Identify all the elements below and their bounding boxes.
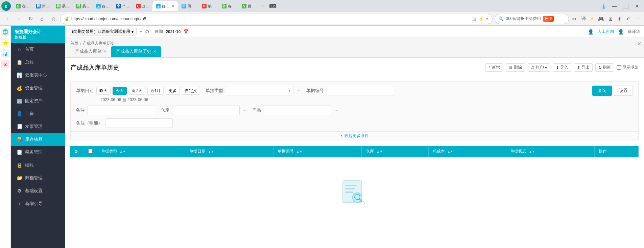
nav-item-home[interactable]: ⌂ 首页	[11, 43, 65, 56]
nav-item-reports[interactable]: 📊 云报表中心	[11, 69, 65, 82]
scissors-icon[interactable]: ✂	[571, 16, 578, 22]
page-tab-list-close[interactable]: ✕	[103, 49, 106, 54]
date-more-btn[interactable]: 更多	[166, 87, 180, 95]
browser-tab-4[interactable]: 易 易...	[73, 1, 92, 11]
browser-tab-11[interactable]: 各 各...	[218, 1, 238, 11]
nav-item-new[interactable]: + 新增引导	[11, 197, 65, 210]
date-today-btn[interactable]: 今天	[113, 87, 127, 95]
th-status[interactable]: 单据状态 ▲▼	[506, 146, 594, 157]
home-nav-button[interactable]: ⌂	[37, 14, 47, 24]
more-icon[interactable]: ⋯	[634, 16, 641, 22]
undo-icon[interactable]: ↶	[625, 16, 632, 22]
detail-remark-input[interactable]	[105, 118, 173, 128]
page-tab-history[interactable]: 产成品入库单历史 ✕	[111, 46, 161, 57]
calendar-icon[interactable]: 📅	[183, 29, 189, 34]
date-1month-btn[interactable]: 近1月	[147, 87, 164, 95]
set-button[interactable]: 设置	[614, 86, 633, 96]
nav-item-payroll[interactable]: 👤 工资	[11, 107, 65, 120]
product-filter-select[interactable]	[264, 106, 331, 115]
browser-tab-1[interactable]: 在 在...	[13, 1, 32, 11]
browser-tab-8[interactable]: ☁ 好... ✕	[152, 1, 178, 11]
number-filter-input[interactable]	[327, 86, 394, 95]
minimize-button[interactable]: —	[609, 1, 620, 11]
nav-item-ledger[interactable]: 📋 总账	[11, 56, 65, 69]
refresh-nav-button[interactable]: ↻	[26, 14, 35, 24]
nav-item-archive[interactable]: 📁 归档管理	[11, 172, 65, 184]
th-checkbox[interactable]	[84, 146, 97, 157]
date-7days-btn[interactable]: 近7天	[129, 87, 145, 95]
page-tab-list[interactable]: 产成品入库单 ✕	[70, 46, 111, 57]
nav-label-invoice: 发票管理	[25, 123, 43, 130]
th-warehouse[interactable]: 仓库 ▲▼	[362, 146, 428, 157]
nav-item-settings[interactable]: ⚙ 基础设置	[11, 184, 65, 197]
nav-item-invoice[interactable]: 🧾 发票管理	[11, 120, 65, 133]
show-detail-toggle[interactable]: 显示明细	[617, 65, 639, 70]
nav-item-close[interactable]: 🔒 结账	[11, 159, 65, 172]
th-type[interactable]: 单据类型 ▲▼	[97, 146, 185, 157]
sun-icon[interactable]: ☀	[616, 16, 623, 22]
page-tab-history-close[interactable]: ✕	[153, 49, 156, 54]
search-bar[interactable]: 🔍 360智能抠图免费用 热搜	[495, 14, 569, 24]
dropdown-icon[interactable]: ▾	[486, 17, 488, 21]
translate-icon[interactable]: 译	[580, 15, 587, 23]
th-number[interactable]: 单据编号 ▲▼	[273, 146, 362, 157]
app-icon-mail[interactable]: ✉	[1, 60, 9, 68]
import-button[interactable]: ⬇ 导入	[553, 63, 571, 72]
nav-item-assets[interactable]: 🏢 固定资产	[11, 94, 65, 107]
refresh-button[interactable]: ↻ 刷新	[595, 63, 614, 72]
browser-tab-5[interactable]: ☁ 好...	[93, 1, 112, 11]
type-filter-select[interactable]: ▾	[226, 86, 293, 95]
new-tab-button[interactable]: +	[258, 1, 268, 11]
grid-icon[interactable]: ⊞	[607, 16, 614, 22]
warehouse-filter-dots[interactable]: ···	[242, 107, 247, 113]
th-status-sort: ▲▼	[529, 151, 535, 153]
user-service-label[interactable]: 人工咨询	[598, 29, 614, 35]
delete-button[interactable]: 🗑 删除	[506, 63, 525, 72]
browser-tab-7[interactable]: C 企...	[133, 1, 152, 11]
date-yesterday-btn[interactable]: 昨天	[96, 87, 111, 95]
collapse-button[interactable]: ∧ 收起更多条件	[71, 131, 638, 140]
type-filter-dots[interactable]: ···	[296, 88, 301, 94]
nav-item-funds[interactable]: 💰 资金管理	[11, 82, 65, 94]
address-input[interactable]: 🔒 https://cloud.chanjet.com/accounting/u…	[60, 14, 493, 24]
th-date[interactable]: 单据日期 ▲▼	[185, 146, 273, 157]
app-icon-star[interactable]: ⭐	[1, 39, 9, 47]
shirt-icon[interactable]: 👔	[599, 1, 608, 11]
th-cost[interactable]: 总成本 ▲▼	[428, 146, 506, 157]
browser-tab-9[interactable]: 腾 腾...	[178, 1, 198, 11]
breadcrumb-home[interactable]: 首页	[70, 41, 78, 46]
new-button[interactable]: + 新增	[485, 63, 503, 72]
browser-tab-6[interactable]: 个 个...	[113, 1, 132, 11]
remark-filter-input[interactable]	[88, 106, 155, 115]
forward-button[interactable]: ›	[14, 14, 24, 24]
browser-tab-10[interactable]: M 畅...	[198, 1, 218, 11]
warehouse-filter-select[interactable]	[172, 106, 240, 115]
settings-button[interactable]: ⚙	[145, 29, 149, 35]
company-selector[interactable]: (勿删勿禁用）江西服宝测试专用 ▾	[69, 28, 137, 36]
bookmark-button[interactable]: ☆	[49, 14, 58, 24]
date-custom-btn[interactable]: 自定义	[182, 87, 200, 95]
back-button[interactable]: ‹	[3, 14, 12, 24]
yuan-icon[interactable]: ¥	[589, 16, 595, 22]
select-all-checkbox[interactable]	[88, 149, 93, 153]
app-icon-browser[interactable]: 🌐	[1, 28, 9, 36]
export-button[interactable]: ⬆ 导出	[574, 63, 593, 72]
browser-tab-3[interactable]: 易 易...	[52, 1, 72, 11]
panel-close-button[interactable]: ✕	[637, 41, 641, 47]
tab-close-icon[interactable]: ✕	[171, 4, 174, 8]
show-detail-checkbox[interactable]	[617, 65, 621, 70]
add-company-button[interactable]: +	[139, 29, 142, 35]
product-filter-dots[interactable]: ···	[334, 107, 338, 113]
browser-tab-2[interactable]: 新 新...	[32, 1, 52, 11]
nav-item-inventory[interactable]: 📦 库存核算	[11, 133, 65, 146]
game-icon[interactable]: 🎮	[597, 16, 605, 22]
breadcrumb-current[interactable]: 产成品入库单历史	[82, 41, 115, 46]
app-icon-chart[interactable]: 📊	[1, 49, 9, 58]
query-button[interactable]: 查询	[592, 86, 612, 96]
th-settings[interactable]: ⚙	[70, 146, 84, 157]
print-button[interactable]: 🖨 打印 ▾	[528, 63, 550, 72]
maximize-button[interactable]: ⬜	[620, 1, 631, 11]
browser-tab-12[interactable]: S 目...	[238, 1, 258, 11]
close-button[interactable]: ✕	[632, 1, 643, 11]
nav-item-tax[interactable]: 📑 税务管理	[11, 146, 65, 159]
